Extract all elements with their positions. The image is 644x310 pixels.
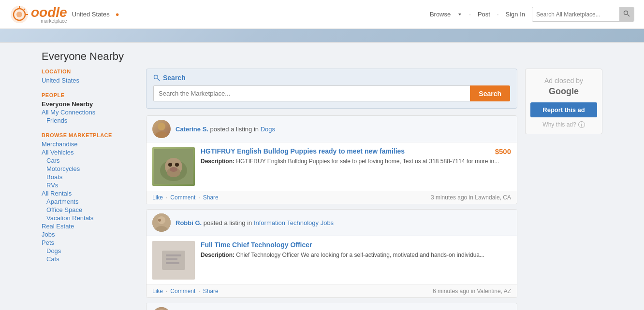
sidebar-item-pets[interactable]: Pets [42, 239, 138, 247]
svg-point-11 [158, 123, 165, 130]
search-button[interactable]: Search [470, 85, 510, 101]
sidebar-item-vacation-rentals[interactable]: Vacation Rentals [42, 214, 138, 222]
avatar-image-1 [152, 120, 171, 138]
sidebar-item-apartments[interactable]: Apartments [42, 197, 138, 206]
sidebar-item-cars[interactable]: Cars [42, 156, 138, 165]
feed-card-1-info: HGTIFRUY English Bulldog Puppies ready t… [201, 147, 511, 186]
svg-line-8 [628, 14, 629, 16]
card-1-comment-link[interactable]: Comment [170, 194, 195, 201]
feed-card-1-header: Caterine S. posted a listing in Dogs [146, 116, 517, 142]
feed-card-2-title[interactable]: Full Time Chief Technology Officer [201, 241, 312, 249]
sidebar-item-merchandise[interactable]: Merchandise [42, 140, 138, 148]
robbi-name-link[interactable]: Robbi G. [176, 219, 202, 226]
ad-closed-google: Google [530, 86, 597, 97]
search-icon [623, 10, 630, 17]
sidebar-item-jobs[interactable]: Jobs [42, 230, 138, 239]
sidebar-item-office-space[interactable]: Office Space [42, 206, 138, 214]
ad-closed-title: Ad closed by [530, 77, 597, 85]
sidebar-browse-label: BROWSE MARKETPLACE [42, 132, 138, 138]
avatar-caterine [152, 120, 171, 138]
page-title: Everyone Nearby [42, 50, 602, 63]
sidebar-item-all-my-connections[interactable]: All My Connections [42, 108, 138, 116]
header-right: Browse · Post · Sign In [430, 7, 634, 22]
feed-card-2-action: posted a listing in Information Technolo… [204, 219, 334, 226]
feed-card-1-actions: Like · Comment · Share [152, 194, 219, 201]
svg-point-9 [154, 75, 158, 79]
info-icon: i [578, 121, 585, 128]
sidebar-item-motorcycles[interactable]: Motorcycles [42, 165, 138, 173]
sidebar-item-rvs[interactable]: RVs [42, 181, 138, 189]
sidebar-people-label: PEOPLE [42, 92, 138, 98]
sidebar-item-all-vehicles[interactable]: All Vehicles [42, 148, 138, 156]
sidebar-item-dogs[interactable]: Dogs [42, 247, 138, 255]
feed-card-1-sep2: · [198, 194, 200, 201]
feed-card-2-thumb [152, 241, 195, 280]
sidebar-item-friends[interactable]: Friends [42, 116, 138, 125]
feed-card-2-sep1: · [166, 288, 167, 295]
logo[interactable]: oodle marketplace [10, 5, 67, 24]
sidebar-item-cats[interactable]: Cats [42, 255, 138, 263]
feed-card-1-username: Caterine S. posted a listing in Dogs [176, 126, 275, 133]
sidebar-item-all-rentals[interactable]: All Rentals [42, 189, 138, 197]
post-link[interactable]: Post [478, 11, 490, 18]
card-2-like-link[interactable]: Like [152, 288, 163, 295]
search-panel-icon [153, 74, 160, 81]
feed-card-1-title[interactable]: HGTIFRUY English Bulldog Puppies ready t… [201, 147, 405, 155]
header-search-button[interactable] [619, 7, 634, 21]
header-location: United States [72, 11, 110, 18]
card-1-share-link[interactable]: Share [203, 194, 219, 201]
jobs-thumb-image [152, 241, 195, 280]
card-1-like-link[interactable]: Like [152, 194, 163, 201]
bulldog-image [154, 149, 193, 184]
main-feed: Search Search [146, 69, 517, 310]
search-input[interactable] [153, 85, 470, 101]
sidebar-item-location[interactable]: United States [42, 76, 138, 85]
card-2-share-link[interactable]: Share [203, 288, 219, 295]
feed-card-1: Caterine S. posted a listing in Dogs [146, 115, 517, 204]
caterine-name-link[interactable]: Caterine S. [176, 126, 208, 133]
signin-link[interactable]: Sign In [506, 11, 525, 18]
feed-card-3: Liz S. posted 2 listings ◀ 1 of 2 ▶ [146, 303, 517, 310]
page-title-bar: Everyone Nearby [42, 42, 602, 69]
svg-rect-27 [166, 258, 177, 260]
sidebar-item-boats[interactable]: Boats [42, 173, 138, 181]
feed-card-2-category[interactable]: Information Technology Jobs [254, 219, 334, 226]
feed-card-2-desc: Description: Chief Technology Officer We… [201, 251, 511, 259]
svg-point-7 [624, 11, 628, 15]
why-this-ad-text: Why this ad? [542, 121, 576, 128]
search-panel-title: Search [153, 74, 510, 82]
feed-card-2-info: Full Time Chief Technology Officer Descr… [201, 241, 511, 280]
svg-point-12 [155, 131, 168, 138]
card-2-comment-link[interactable]: Comment [170, 288, 195, 295]
nav-separator: · [469, 11, 471, 18]
feed-card-1-price: $500 [495, 147, 511, 155]
feed-card-1-body: HGTIFRUY English Bulldog Puppies ready t… [146, 142, 517, 191]
svg-point-17 [168, 163, 172, 167]
browse-link[interactable]: Browse [430, 11, 451, 18]
sidebar-item-everyone-nearby[interactable]: Everyone Nearby [42, 100, 138, 108]
feed-card-2-avatar [152, 213, 171, 232]
svg-rect-26 [166, 254, 181, 256]
report-ad-button[interactable]: Report this ad [530, 102, 597, 117]
feed-card-2-footer: Like · Comment · Share 6 minutes ago in … [146, 284, 517, 297]
logo-text: oodle [31, 5, 67, 20]
ad-closed-box: Ad closed by Google Report this ad Why t… [525, 69, 602, 134]
page-wrapper: Everyone Nearby LOCATION United States P… [32, 42, 612, 310]
sidebar-item-real-estate[interactable]: Real Estate [42, 222, 138, 230]
avatar-image-2 [152, 213, 171, 232]
svg-rect-28 [166, 262, 179, 264]
why-this-ad[interactable]: Why this ad? i [530, 121, 597, 128]
search-panel: Search Search [146, 69, 517, 109]
header-search-input[interactable] [532, 9, 619, 20]
feed-card-2-actions: Like · Comment · Share [152, 288, 219, 295]
sidebar-browse-section: BROWSE MARKETPLACE Merchandise All Vehic… [42, 132, 138, 263]
feed-card-1-category[interactable]: Dogs [261, 126, 275, 133]
sidebar-location-section: LOCATION United States [42, 69, 138, 85]
svg-point-18 [175, 163, 179, 167]
sidebar: LOCATION United States PEOPLE Everyone N… [42, 69, 138, 310]
header-left: oodle marketplace United States ● [10, 5, 119, 24]
feed-card-2-meta: 6 minutes ago in Valentine, AZ [433, 288, 511, 295]
sidebar-location-label: LOCATION [42, 69, 138, 74]
sidebar-people-section: PEOPLE Everyone Nearby All My Connection… [42, 92, 138, 125]
feed-card-3-header: Liz S. posted 2 listings ◀ 1 of 2 ▶ [146, 303, 517, 310]
